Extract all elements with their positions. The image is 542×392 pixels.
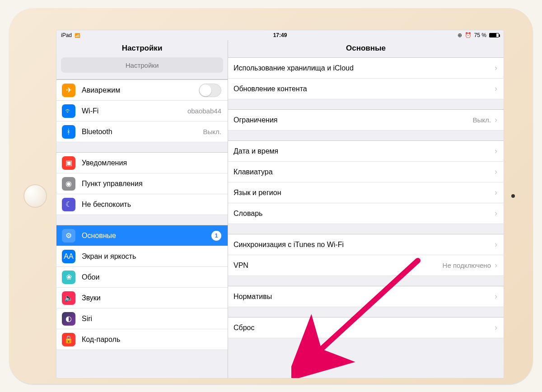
device-label: iPad [61,32,72,38]
sidebar-item-label: Siri [82,315,221,323]
detail-item-value: Не подключено [443,261,491,269]
sidebar-item-dnd[interactable]: ☾Не беспокоить [56,194,228,215]
screen: iPad 17:49 ⊕ ⏰ 75 % Настройки ✈Авиарежим… [56,30,504,378]
orientation-lock-icon: ⊕ [458,32,462,38]
badge-general: 1 [211,231,221,241]
chevron-right-icon: › [495,188,497,197]
sidebar-item-detail: Выкл. [203,128,221,135]
sidebar-item-detail: obaobab44 [187,107,221,115]
sidebar-item-siri[interactable]: ◐Siri [56,308,228,329]
battery-percent: 75 % [474,32,486,38]
chevron-right-icon: › [495,167,497,177]
detail-item-label: Ограничения [234,116,473,124]
chevron-right-icon: › [495,209,497,218]
detail-item-value: Выкл. [473,116,491,124]
siri-icon: ◐ [62,312,75,326]
detail-item-dict[interactable]: Словарь› [228,203,504,224]
status-bar: iPad 17:49 ⊕ ⏰ 75 % [56,30,504,40]
detail-item-label: Обновление контента [234,85,491,93]
wifi-status-icon [75,32,80,38]
sidebar-item-control-center[interactable]: ◉Пункт управления [56,173,228,194]
sidebar-item-airplane[interactable]: ✈Авиарежим [56,80,228,101]
sidebar-item-label: Wi-Fi [82,107,187,115]
detail-item-label: Клавиатура [234,168,491,176]
chevron-right-icon: › [495,146,497,156]
detail-item-datetime[interactable]: Дата и время› [228,141,504,162]
clock: 17:49 [273,32,287,38]
detail-item-reg[interactable]: Нормативы› [228,286,504,307]
sidebar-item-label: Основные [82,232,208,240]
sidebar-title: Настройки [56,40,228,57]
sidebar-item-general[interactable]: ⚙Основные1 [56,225,228,246]
ipad-frame: iPad 17:49 ⊕ ⏰ 75 % Настройки ✈Авиарежим… [9,8,533,384]
sidebar-item-label: Экран и яркость [82,252,221,261]
detail-title: Основные [228,40,504,58]
sidebar-item-label: Пункт управления [82,180,221,188]
sidebar-item-bluetooth[interactable]: ᚼBluetoothВыкл. [56,121,228,142]
sidebar-item-sounds[interactable]: 🔈Звуки [56,288,228,308]
sidebar-item-label: Код-пароль [82,336,221,344]
alarm-icon: ⏰ [465,32,472,38]
detail-pane: Основные Использование хранилища и iClou… [228,40,504,378]
detail-item-restrict[interactable]: ОграниченияВыкл.› [228,110,504,131]
sidebar-item-passcode[interactable]: 🔒Код-пароль [56,329,228,350]
display-icon: AA [62,250,75,263]
detail-item-vpn[interactable]: VPNНе подключено› [228,255,504,276]
battery-icon [489,33,499,37]
chevron-right-icon: › [495,84,497,93]
sidebar-item-display[interactable]: AAЭкран и яркость [56,246,228,267]
sidebar-item-label: Не беспокоить [82,201,221,209]
chevron-right-icon: › [495,115,497,125]
sidebar-item-label: Звуки [82,294,221,302]
settings-sidebar: Настройки ✈АвиарежимᯤWi-Fiobaobab44ᚼBlue… [56,40,228,378]
detail-item-keyboard[interactable]: Клавиатура› [228,162,504,182]
detail-item-label: Нормативы [234,293,491,301]
sidebar-item-label: Bluetooth [82,128,203,136]
detail-item-storage[interactable]: Использование хранилища и iCloud› [228,58,504,79]
sidebar-item-notifications[interactable]: ▣Уведомления [56,153,228,173]
sidebar-item-label: Авиарежим [82,86,199,94]
detail-item-langreg[interactable]: Язык и регион› [228,182,504,203]
chevron-right-icon: › [495,323,497,332]
chevron-right-icon: › [495,63,497,73]
airplane-icon: ✈ [62,84,75,97]
chevron-right-icon: › [495,292,497,301]
notifications-icon: ▣ [62,156,75,170]
wifi-icon: ᯤ [62,104,75,118]
passcode-icon: 🔒 [62,333,75,346]
dnd-icon: ☾ [62,198,75,211]
detail-item-label: Язык и регион [234,189,491,197]
wallpaper-icon: ❀ [62,271,75,284]
general-icon: ⚙ [62,229,75,243]
chevron-right-icon: › [495,240,497,249]
sidebar-item-label: Уведомления [82,159,221,167]
detail-item-label: Сброс [234,324,491,332]
toggle-airplane[interactable] [199,84,221,97]
detail-item-label: Дата и время [234,147,491,155]
detail-item-label: Использование хранилища и iCloud [234,64,491,72]
detail-item-sync[interactable]: Синхронизация с iTunes по Wi-Fi› [228,234,504,255]
sidebar-item-wifi[interactable]: ᯤWi-Fiobaobab44 [56,101,228,121]
detail-item-label: Синхронизация с iTunes по Wi-Fi [234,241,491,249]
sidebar-item-wallpaper[interactable]: ❀Обои [56,267,228,288]
detail-item-reset[interactable]: Сброс› [228,317,504,338]
detail-item-label: Словарь [234,210,491,218]
detail-item-bgapp[interactable]: Обновление контента› [228,79,504,99]
sounds-icon: 🔈 [62,291,75,305]
front-camera [511,194,515,198]
detail-item-label: VPN [234,261,443,270]
control-center-icon: ◉ [62,177,75,191]
bluetooth-icon: ᚼ [62,125,75,139]
home-button[interactable] [23,184,47,208]
search-input[interactable] [61,57,223,73]
chevron-right-icon: › [495,261,497,270]
sidebar-item-label: Обои [82,273,221,281]
